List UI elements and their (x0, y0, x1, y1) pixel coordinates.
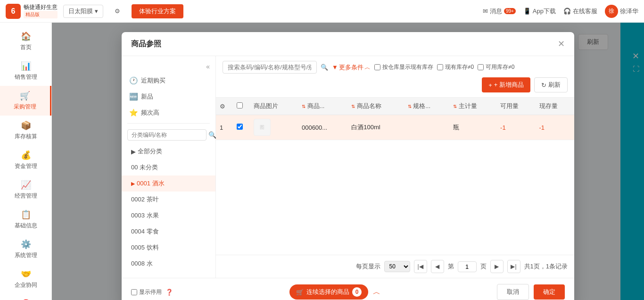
col-settings[interactable]: ⚙ (216, 98, 233, 115)
category-0005-label: 0005 饮料 (131, 243, 159, 252)
select-all-checkbox[interactable] (237, 102, 243, 108)
refresh-icon: ↻ (541, 82, 546, 89)
category-search-icon[interactable]: 🔍 (208, 131, 216, 139)
category-0001[interactable]: ▶ 0001 酒水 (122, 175, 215, 192)
modal-footer: 显示停用 ❓ 🛒 连续选择的商品 0 ︿ 取消 (122, 278, 574, 300)
category-all[interactable]: ▶ 全部分类 (122, 143, 215, 159)
logo-text: 畅捷通好生意 (24, 4, 58, 11)
inventory-icon: 📦 (21, 120, 31, 131)
help-icon[interactable]: ❓ (165, 289, 173, 296)
trial-button[interactable]: 体验行业方案 (132, 4, 183, 18)
left-nav-new[interactable]: 🆕 新品 (125, 89, 212, 104)
modal-title: 商品参照 (131, 39, 161, 49)
sidebar-item-inventory[interactable]: 📦 库存核算 (0, 116, 51, 145)
product-table: ⚙ 商品图片 ⇅ 商品... (216, 98, 574, 140)
category-0003[interactable]: 0003 水果 (122, 208, 215, 224)
search-submit-icon[interactable]: 🔍 (321, 64, 328, 71)
category-0002[interactable]: 0002 茶叶 (122, 192, 215, 208)
page-number-input[interactable] (458, 261, 477, 272)
left-panel: « 🕐 近期购买 🆕 新品 (122, 56, 216, 278)
last-page-btn[interactable]: ▶| (507, 260, 520, 273)
left-nav-recent[interactable]: 🕐 近期购买 (125, 73, 212, 88)
col-checkbox[interactable] (233, 98, 250, 115)
home-icon: 🏠 (21, 31, 31, 42)
filter-bar: 🔍 ▼ 更多条件 ︿ 按仓库显示现有库存 (216, 56, 574, 98)
collapse-panel-btn[interactable]: « (206, 63, 210, 70)
checkbox-warehouse[interactable]: 按仓库显示现有库存 (374, 63, 433, 71)
checkbox-warehouse-input[interactable] (374, 64, 380, 70)
col-spec[interactable]: ⇅ 规格... (404, 98, 450, 115)
checkbox-stock-nonzero[interactable]: 现有库存≠0 (437, 63, 474, 71)
row-checkbox[interactable] (237, 124, 243, 130)
checkbox-stock-input[interactable] (437, 64, 443, 70)
recent-icon: 🕐 (129, 76, 138, 85)
sidebar-item-finance[interactable]: 💰 资金管理 (0, 145, 51, 175)
checkbox-available-nonzero[interactable]: 可用库存≠0 (478, 63, 514, 71)
left-nav-frequent-label: 频次高 (141, 108, 159, 117)
sidebar-item-system[interactable]: ⚙️ 系统管理 (0, 234, 51, 264)
sidebar-item-home[interactable]: 🏠 首页 (0, 26, 51, 56)
show-disabled-checkbox[interactable] (131, 289, 137, 295)
messages-btn[interactable]: ✉ 消息 99+ (483, 7, 516, 16)
sales-icon: 📊 (21, 61, 31, 71)
col-name[interactable]: ⇅ 商品名称 (347, 98, 404, 115)
next-page-btn[interactable]: ▶ (490, 260, 504, 273)
col-code[interactable]: ⇅ 商品... (298, 98, 347, 115)
management-icon: 📈 (21, 180, 31, 190)
refresh-btn[interactable]: ↻ 刷新 (534, 77, 568, 92)
row-unit-cell: 瓶 (449, 115, 496, 140)
category-search-input[interactable] (127, 129, 206, 141)
message-icon: ✉ (483, 8, 488, 15)
cancel-button[interactable]: 取消 (497, 284, 529, 300)
category-0005[interactable]: 0005 饮料 (122, 240, 215, 256)
col-stock: 现存量 (536, 98, 574, 115)
sidebar-item-collab[interactable]: 🤝 企业协同 (0, 264, 51, 294)
new-icon: 🆕 (129, 92, 138, 101)
sidebar-item-management[interactable]: 📈 经营管理 (0, 175, 51, 205)
col-unit[interactable]: ⇅ 主计量 (449, 98, 496, 115)
category-0004[interactable]: 0004 零食 (122, 224, 215, 240)
cart-icon: 🛒 (296, 289, 304, 296)
top-nav: 6 畅捷通好生意 精品版 日太阳膜 ▾ ⚙ 体验行业方案 ✉ 消息 99+ 📱 … (0, 0, 644, 23)
settings-icon-btn[interactable]: ⚙ (109, 3, 126, 20)
row-stock-cell: -1 (536, 115, 574, 140)
cart-button[interactable]: 🛒 连续选择的商品 0 (289, 284, 368, 300)
page-size-select[interactable]: 50 20 100 (384, 261, 410, 272)
divider-1 (127, 123, 210, 124)
user-menu[interactable]: 徐 徐泽华 (605, 5, 638, 18)
more-conditions-btn[interactable]: ▼ 更多条件 ︿ (332, 63, 371, 72)
content-area: 查询 设置 刷新 ✕ ⛶ 商品参照 ✕ (52, 23, 644, 300)
modal-close-btn[interactable]: ✕ (558, 39, 565, 49)
show-disabled-label[interactable]: 显示停用 (131, 288, 162, 296)
prev-page-btn[interactable]: ◀ (431, 260, 444, 273)
category-00[interactable]: 00 未分类 (122, 159, 215, 175)
online-service-btn[interactable]: 🎧 在线客服 (563, 7, 597, 16)
first-page-btn[interactable]: |◀ (414, 260, 427, 273)
category-0008[interactable]: 0008 水 (122, 256, 215, 272)
username-label: 徐泽华 (620, 7, 638, 16)
row-available-cell: -1 (496, 115, 535, 140)
sidebar-item-basic-info[interactable]: 📋 基础信息 (0, 205, 51, 234)
sidebar-item-sales[interactable]: 📊 销售管理 (0, 56, 51, 86)
left-nav-frequent[interactable]: ⭐ 频次高 (125, 105, 212, 120)
sort-icon-code: ⇅ (302, 104, 305, 109)
row-checkbox-cell[interactable] (233, 115, 250, 140)
checkbox-available-input[interactable] (478, 64, 484, 70)
confirm-button[interactable]: 确定 (534, 284, 565, 300)
category-0010[interactable]: 0010 家电 (122, 272, 215, 274)
left-quick-nav: 🕐 近期购买 🆕 新品 ⭐ 频次高 (122, 73, 215, 120)
category-0001-arrow: ▶ (131, 181, 135, 187)
store-selector[interactable]: 日太阳膜 ▾ (63, 5, 103, 18)
table-row[interactable]: 1 图 (216, 115, 574, 140)
footer-collapse-btn[interactable]: ︿ (373, 287, 380, 297)
logo-tag: 精品版 (24, 11, 58, 18)
app-download-btn[interactable]: 📱 App下载 (523, 7, 556, 16)
headset-icon: 🎧 (563, 8, 571, 15)
row-spec-cell (404, 115, 450, 140)
sidebar-item-guide[interactable]: 🎯 新手引导 (0, 294, 51, 300)
add-product-btn[interactable]: + + 新增商品 (482, 77, 530, 92)
main-search-input[interactable] (223, 61, 317, 74)
sidebar-item-purchase[interactable]: 🛒 采购管理 (0, 86, 51, 116)
cart-label: 连续选择的商品 (306, 288, 349, 296)
left-panel-header: « (122, 60, 215, 73)
